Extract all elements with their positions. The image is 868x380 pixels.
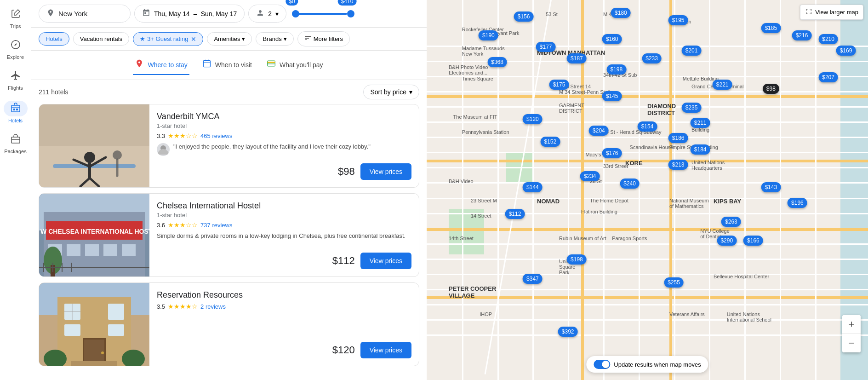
expand-map-button[interactable]: View larger map <box>800 5 863 20</box>
hotel-rating-chelsea: 3.6 ★★★☆☆ 737 reviews <box>157 221 411 229</box>
map-price-marker[interactable]: $347 <box>523 274 542 284</box>
map-price-marker[interactable]: $187 <box>567 53 587 63</box>
hotel-card-vanderbilt-ymca[interactable]: Vanderbilt YMCA 1-star hotel 3.3 ★★★☆☆ 4… <box>39 104 419 188</box>
review-count-reservation[interactable]: 2 reviews <box>200 303 226 310</box>
map-price-marker[interactable]: $120 <box>523 114 542 124</box>
calendar-icon <box>142 9 150 18</box>
svg-rect-5 <box>203 60 210 67</box>
sidebar-item-hotels[interactable]: Hotels <box>2 96 29 128</box>
search-guests-input[interactable]: 2 ▾ <box>248 5 286 23</box>
expand-icon <box>805 8 812 17</box>
map-price-marker[interactable]: $175 <box>549 80 569 90</box>
map-price-marker[interactable]: $204 <box>589 126 609 136</box>
filter-brands-label: Brands <box>263 35 281 42</box>
slider-thumb-min[interactable]: $0 <box>292 10 299 17</box>
rating-score-vanderbilt: 3.3 <box>157 132 165 139</box>
filter-more[interactable]: More filters <box>297 31 350 46</box>
filter-brands[interactable]: Brands ▾ <box>256 32 293 46</box>
slider-thumb-max[interactable]: $410 <box>347 10 354 17</box>
map-price-marker[interactable]: $235 <box>682 103 702 113</box>
map-price-marker[interactable]: $290 <box>717 236 737 246</box>
search-dates-input[interactable]: Thu, May 14 – Sun, May 17 <box>134 5 245 23</box>
zoom-in-button[interactable]: + <box>842 315 861 334</box>
tab-what-youll-pay[interactable]: What you'll pay <box>265 55 325 75</box>
svg-rect-27 <box>103 244 117 256</box>
view-prices-button-reservation[interactable]: View prices <box>360 342 411 358</box>
map-price-marker[interactable]: $98 <box>763 84 779 94</box>
filter-more-label: More filters <box>314 35 343 42</box>
sidebar-item-explore[interactable]: Explore <box>2 35 29 64</box>
map-price-marker[interactable]: $156 <box>514 12 534 22</box>
map-price-marker[interactable]: $210 <box>818 34 838 44</box>
map-price-marker[interactable]: $176 <box>602 148 622 158</box>
un-label: United NationsInternational School <box>727 311 771 322</box>
map-price-marker[interactable]: $154 <box>638 121 657 132</box>
map-price-marker[interactable]: $392 <box>558 327 578 337</box>
map-price-marker[interactable]: $185 <box>761 23 781 33</box>
map-price-marker[interactable]: $145 <box>602 91 622 101</box>
map-price-marker[interactable]: $211 <box>691 118 710 128</box>
map-price-marker[interactable]: $221 <box>713 80 732 90</box>
map-price-marker[interactable]: $143 <box>761 182 781 192</box>
map-price-marker[interactable]: $198 <box>606 64 626 75</box>
hotel-card-chelsea[interactable]: 251 W CHELSEA INTERNATIONAL HOSTEL <box>39 193 419 277</box>
map-price-marker[interactable]: $234 <box>580 171 600 181</box>
toggle-knob <box>602 361 609 368</box>
map-price-marker[interactable]: $152 <box>540 137 560 147</box>
map-price-marker[interactable]: $180 <box>611 8 631 18</box>
sidebar-item-flights[interactable]: Flights <box>2 65 29 95</box>
close-guest-rating-icon[interactable]: ✕ <box>191 35 196 43</box>
update-results-toggle[interactable]: Update results when map moves <box>586 356 708 373</box>
svg-point-16 <box>113 150 122 160</box>
hotel-rating-vanderbilt: 3.3 ★★★☆☆ 465 reviews <box>157 132 411 139</box>
zoom-out-button[interactable]: − <box>842 334 861 352</box>
sort-label: Sort by price <box>370 88 406 96</box>
map-price-marker[interactable]: $112 <box>505 209 525 219</box>
map-price-marker[interactable]: $186 <box>668 133 688 143</box>
map-price-marker[interactable]: $160 <box>602 34 622 44</box>
svg-point-41 <box>101 351 104 354</box>
review-count-chelsea[interactable]: 737 reviews <box>200 222 232 229</box>
tab-when-to-visit[interactable]: When to visit <box>200 55 254 75</box>
map-price-marker[interactable]: $166 <box>743 236 763 246</box>
map-price-marker[interactable]: $201 <box>682 46 702 56</box>
hotel-type-chelsea: 1-star hotel <box>157 212 411 219</box>
map-price-marker[interactable]: $190 <box>479 30 498 40</box>
sidebar-item-packages[interactable]: Packages <box>2 129 29 159</box>
map-price-marker[interactable]: $216 <box>792 30 812 40</box>
toggle-switch[interactable] <box>594 360 610 369</box>
search-location-input[interactable]: New York <box>39 5 131 23</box>
location-pin-icon <box>46 9 55 18</box>
hotel-info-reservation: Reservation Resources 3.5 ★★★★☆ 2 review… <box>149 283 419 366</box>
map-price-marker[interactable]: $198 <box>567 254 587 265</box>
map-price-marker[interactable]: $233 <box>642 53 662 63</box>
sort-by-price-button[interactable]: Sort by price ▾ <box>363 85 419 99</box>
review-count-vanderbilt[interactable]: 465 reviews <box>200 132 232 139</box>
where-to-stay-pin-icon <box>135 59 144 70</box>
filter-guest-rating[interactable]: ★ 3+ Guest rating ✕ <box>133 32 203 46</box>
sidebar-item-trips[interactable]: Trips <box>2 4 29 34</box>
map-price-marker[interactable]: $195 <box>668 15 688 25</box>
map-price-marker[interactable]: $240 <box>620 178 640 189</box>
filter-hotels[interactable]: Hotels <box>39 32 69 46</box>
tab-where-to-stay[interactable]: Where to stay <box>133 55 189 75</box>
map-price-marker[interactable]: $255 <box>664 277 684 288</box>
view-prices-button-chelsea[interactable]: View prices <box>360 253 411 269</box>
map-price-marker[interactable]: $263 <box>721 217 741 227</box>
map-price-marker[interactable]: $144 <box>523 182 542 192</box>
map-price-marker[interactable]: $213 <box>668 160 688 170</box>
hotel-card-reservation-resources[interactable]: Reservation Resources 3.5 ★★★★☆ 2 review… <box>39 282 419 366</box>
filter-vacation-rentals[interactable]: Vacation rentals <box>73 32 129 46</box>
filter-amenities[interactable]: Amenities ▾ <box>207 32 252 46</box>
view-prices-button-vanderbilt[interactable]: View prices <box>360 163 411 180</box>
map-price-marker[interactable]: $169 <box>836 46 856 56</box>
filter-icon <box>304 35 312 43</box>
map-price-marker[interactable]: $368 <box>487 57 507 67</box>
price-slider[interactable]: $0 $410 <box>292 13 347 15</box>
hotel-list-header: 211 hotels Sort by price ▾ <box>31 80 427 104</box>
update-toggle-label: Update results when map moves <box>614 361 701 368</box>
map-price-marker[interactable]: $207 <box>818 72 838 82</box>
map-price-marker[interactable]: $177 <box>536 42 556 52</box>
map-price-marker[interactable]: $196 <box>788 198 807 208</box>
map-price-marker[interactable]: $184 <box>691 144 710 155</box>
